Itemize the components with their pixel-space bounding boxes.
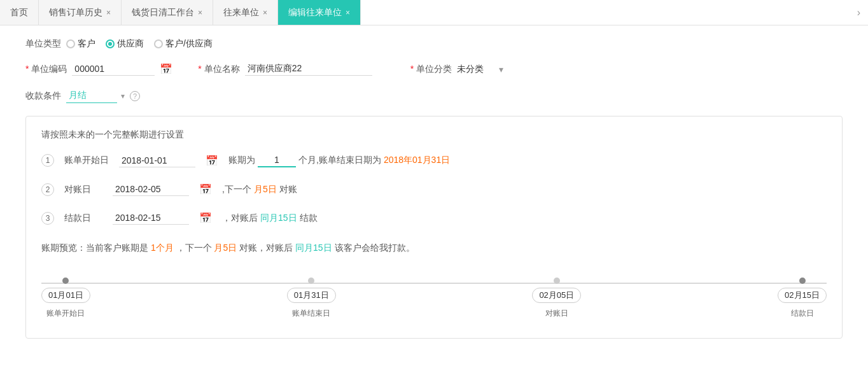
tab-home-label: 首页 [10,7,28,18]
radio-supplier[interactable]: 供应商 [106,38,144,50]
unit-type-group: 单位类型 客户 供应商 客户/供应商 [25,38,213,50]
step1-label: 账单开始日 [64,155,109,166]
unit-classify-group: 单位分类 未分类 ▾ [410,64,503,75]
unit-type-label: 单位类型 [25,38,61,50]
step1-period-label: 账期为 [228,155,255,166]
main-content: 单位类型 客户 供应商 客户/供应商 单位编码 📅 [0,25,868,387]
timeline-point-1: 01月31日 账单结束日 [287,278,336,319]
timeline-points: 01月01日 账单开始日 01月31日 账单结束日 02月05日 对账日 02月… [41,278,827,319]
payment-cond-row: 收款条件 月结 ▾ ? [25,88,843,103]
step2-desc: ,下一个 月5日 对账 [222,184,297,195]
unit-classify-label: 单位分类 [410,64,452,75]
tab-partner-units[interactable]: 往来单位 × [213,0,278,25]
tab-home[interactable]: 首页 [0,0,39,25]
radio-group: 客户 供应商 客户/供应商 [66,38,213,50]
tab-partner-units-label: 往来单位 [223,7,259,18]
tab-sales-history-close[interactable]: × [106,8,111,17]
tab-cash-work-label: 钱货日清工作台 [132,7,194,18]
tab-edit-partner-close[interactable]: × [346,8,350,17]
step2-date-input[interactable] [113,183,189,196]
timeline-point-2: 02月05日 对账日 [532,278,581,319]
unit-name-group: 单位名称 [198,62,372,76]
step2-label: 对账日 [64,184,102,195]
step2-calendar-icon[interactable]: 📅 [199,183,212,195]
payment-cond-value: 月结 [66,88,117,103]
radio-customer-circle [66,39,75,48]
unit-classify-select[interactable]: 未分类 ▾ [457,64,503,75]
tab-partner-units-close[interactable]: × [263,8,267,17]
unit-code-label: 单位编码 [25,64,67,75]
timeline-badge-1: 01月31日 [287,288,336,303]
timeline-sublabel-0: 账单开始日 [46,308,85,319]
radio-cs-circle [154,39,163,48]
preview-highlight1: 1个月 [151,243,174,253]
step3-desc-prefix: ，对账后 [222,213,258,224]
unit-classify-arrow: ▾ [499,64,503,74]
unit-classify-value: 未分类 [457,64,495,75]
preview-middle1: ，下一个 [176,243,212,253]
tab-cash-work-close[interactable]: × [198,8,202,17]
preview-highlight3: 同月15日 [295,243,332,253]
step3-number: 3 [41,212,54,225]
payment-cond-select[interactable]: 月结 ▾ [66,88,125,103]
unit-code-group: 单位编码 📅 [25,62,172,76]
step3-date-input[interactable] [113,211,189,225]
radio-supplier-circle [106,39,115,48]
preview-highlight2: 月5日 [214,243,237,253]
timeline-point-3: 02月15日 结款日 [778,278,827,319]
timeline-dot-3 [799,278,806,284]
box-title: 请按照未来的一个完整帐期进行设置 [41,129,827,141]
preview-prefix: 账期预览：当前客户账期是 [41,243,148,253]
step2-desc-suffix: 对账 [279,184,297,195]
timeline-sublabel-2: 对账日 [545,308,568,319]
step2-desc-prefix: ,下一个 [222,184,251,195]
timeline-badge-0: 01月01日 [41,288,90,303]
radio-customer[interactable]: 客户 [66,38,95,50]
unit-name-label: 单位名称 [198,64,239,75]
payment-cond-help-icon[interactable]: ? [130,91,140,101]
timeline-dot-0 [62,278,69,284]
timeline-sublabel-3: 结款日 [791,308,814,319]
timeline-sublabel-1: 账单结束日 [292,308,330,319]
preview-text: 账期预览：当前客户账期是 1个月 ，下一个 月5日 对账，对账后 同月15日 该… [41,240,827,256]
tabs-bar: 首页 销售订单历史 × 钱货日清工作台 × 往来单位 × 编辑往来单位 × › [0,0,868,25]
tab-cash-work[interactable]: 钱货日清工作台 × [122,0,213,25]
timeline-point-0: 01月01日 账单开始日 [41,278,90,319]
step2-row: 2 对账日 📅 ,下一个 月5日 对账 [41,183,827,196]
payment-cond-arrow: ▾ [121,92,125,101]
unit-name-input[interactable] [245,62,372,76]
unit-code-input[interactable] [72,62,155,76]
step3-desc: ，对账后 同月15日 结款 [222,213,318,224]
unit-info-row: 单位编码 📅 单位名称 单位分类 未分类 ▾ [25,62,843,76]
timeline-badge-2: 02月05日 [532,288,581,303]
unit-code-calendar-icon[interactable]: 📅 [160,63,172,75]
tab-edit-partner[interactable]: 编辑往来单位 × [278,0,361,25]
unit-type-row: 单位类型 客户 供应商 客户/供应商 [25,38,843,50]
radio-cs-label: 客户/供应商 [165,38,213,50]
radio-customer-supplier[interactable]: 客户/供应商 [154,38,213,50]
step1-date-input[interactable] [119,154,195,167]
timeline: 01月01日 账单开始日 01月31日 账单结束日 02月05日 对账日 02月… [41,271,827,325]
step3-desc-suffix: 结款 [300,213,318,224]
step3-label: 结款日 [64,213,102,224]
timeline-dot-1 [308,278,314,284]
tab-edit-partner-label: 编辑往来单位 [288,7,342,18]
tab-sales-history-label: 销售订单历史 [49,7,102,18]
step2-number: 2 [41,183,54,196]
timeline-dot-2 [554,278,560,284]
preview-middle2: 对账，对账后 [239,243,293,253]
step1-number: 1 [41,154,54,167]
preview-suffix: 该客户会给我打款。 [335,243,415,253]
step1-calendar-icon[interactable]: 📅 [206,155,218,167]
tab-nav-right[interactable]: › [850,0,868,25]
step1-period-unit: 个月,账单结束日期为 [298,155,381,166]
radio-customer-label: 客户 [78,38,95,50]
step1-period-input[interactable] [258,153,296,167]
tab-sales-history[interactable]: 销售订单历史 × [39,0,122,25]
payment-cond-group: 收款条件 月结 ▾ ? [25,88,140,103]
step3-desc-highlight: 同月15日 [260,213,297,224]
timeline-badge-3: 02月15日 [778,288,827,303]
step3-row: 3 结款日 📅 ，对账后 同月15日 结款 [41,211,827,225]
step3-calendar-icon[interactable]: 📅 [199,212,212,224]
step1-period-end: 2018年01月31日 [384,155,450,166]
